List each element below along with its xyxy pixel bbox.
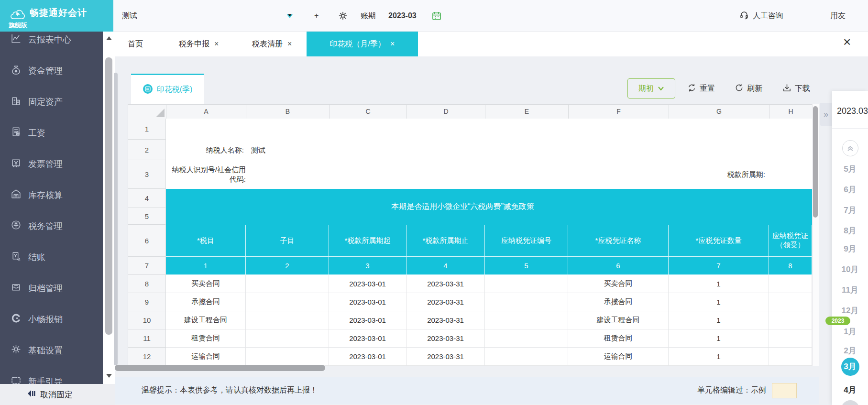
cell-tax-item[interactable]: 建设工程合同 (166, 311, 246, 329)
cell-period-to[interactable]: 2023-03-31 (407, 275, 485, 293)
cell-period-from[interactable]: 2023-03-01 (329, 275, 407, 293)
sidebar-scrollbar[interactable] (103, 32, 115, 384)
cell-voucher-qty[interactable]: 1 (669, 275, 769, 293)
calendar-icon[interactable] (431, 0, 442, 32)
sidebar-item-inventory[interactable]: 库存核算 (0, 179, 103, 210)
close-tab-icon[interactable]: × (390, 40, 395, 48)
cell-voucher-name[interactable]: 买卖合同 (568, 275, 669, 293)
current-period-label[interactable]: 2023.03 (837, 106, 868, 116)
period-value[interactable]: 2023-03 (388, 0, 417, 32)
month-item-active[interactable]: 3月 (841, 358, 859, 376)
sidebar-item-invoice[interactable]: 发票管理 (0, 148, 103, 179)
cell-period-to[interactable]: 2023-03-31 (407, 348, 485, 366)
cell-voucher-qty[interactable]: 1 (669, 293, 769, 311)
select-all-corner[interactable] (128, 105, 166, 119)
close-page-icon[interactable]: × (843, 34, 851, 50)
cell-voucher-date[interactable] (769, 348, 812, 366)
cell-voucher-no[interactable] (485, 293, 568, 311)
download-button[interactable]: 下载 (782, 78, 810, 99)
cell-sub-item[interactable] (246, 311, 329, 329)
opening-period-button[interactable]: 期初 (627, 78, 675, 99)
cell-period-to[interactable]: 2023-03-31 (407, 311, 485, 329)
sidebar-item-settings[interactable]: 基础设置 (0, 335, 103, 366)
sidebar-scrollbar-thumb[interactable] (105, 57, 112, 335)
cell-tax-item[interactable]: 买卖合同 (166, 275, 246, 293)
reset-button[interactable]: 重置 (687, 78, 715, 99)
month-item[interactable]: 5月 (832, 164, 868, 175)
sidebar-item-closing[interactable]: 结账 (0, 241, 103, 273)
cell-voucher-date[interactable] (769, 329, 812, 348)
company-name[interactable]: 测试 (122, 0, 137, 32)
refresh-button[interactable]: 刷新 (735, 78, 762, 99)
cell-voucher-date[interactable] (769, 311, 812, 329)
month-item[interactable]: 2月 (832, 345, 868, 356)
scroll-down-icon[interactable] (106, 374, 112, 378)
cell-voucher-name[interactable]: 承揽合同 (568, 293, 669, 311)
month-item[interactable]: 8月 (832, 225, 868, 236)
cell-voucher-no[interactable] (485, 329, 568, 348)
content-scrollbar-left[interactable] (114, 73, 118, 365)
cell-period-from[interactable]: 2023-03-01 (329, 348, 407, 366)
sidebar-item-archive[interactable]: 归档管理 (0, 273, 103, 304)
cell-tax-item[interactable]: 运输合同 (166, 348, 246, 366)
cell-sub-item[interactable] (246, 275, 329, 293)
sidebar-item-tax[interactable]: 税务管理 (0, 210, 103, 241)
month-item[interactable]: 9月 (832, 243, 868, 254)
cell-voucher-name[interactable]: 租赁合同 (568, 329, 669, 348)
sidebar-item-expense[interactable]: 小畅报销 (0, 304, 103, 335)
month-item[interactable]: 6月 (832, 184, 868, 195)
cell-period-from[interactable]: 2023-03-01 (329, 311, 407, 329)
taxpayer-name-value[interactable]: 测试 (251, 140, 265, 160)
cell-period-to[interactable]: 2023-03-31 (407, 329, 485, 348)
close-tab-icon[interactable]: × (214, 40, 219, 48)
add-account-button[interactable]: + (314, 0, 319, 32)
company-chevron-down-icon[interactable] (286, 0, 294, 32)
cell-period-to[interactable]: 2023-03-31 (407, 293, 485, 311)
cell-sub-item[interactable] (246, 293, 329, 311)
cell-tax-item[interactable]: 租赁合同 (166, 329, 246, 348)
month-item-clipped[interactable]: 5月 (841, 400, 859, 405)
user-name[interactable]: 用友 (830, 0, 846, 32)
sidebar-item-fixed-assets[interactable]: 固定资产 (0, 86, 103, 117)
vertical-scrollbar-thumb[interactable] (813, 106, 818, 218)
month-item-next[interactable]: 4月 (832, 384, 868, 395)
tab-stamp-tax[interactable]: 印花税（月/季）× (307, 32, 418, 56)
cell-voucher-name[interactable]: 运输合同 (568, 348, 669, 366)
month-item[interactable]: 1月 (832, 326, 868, 337)
cell-voucher-no[interactable] (485, 311, 568, 329)
close-tab-icon[interactable]: × (287, 40, 292, 48)
cell-sub-item[interactable] (246, 329, 329, 348)
scroll-months-up-icon[interactable] (842, 140, 858, 156)
sidebar-item-payroll[interactable]: 工资 (0, 117, 103, 148)
cell-voucher-qty[interactable]: 1 (669, 311, 769, 329)
month-item[interactable]: 10月 (832, 264, 868, 275)
cell-voucher-date[interactable] (769, 293, 812, 311)
cell-sub-item[interactable] (246, 348, 329, 366)
cell-period-from[interactable]: 2023-03-01 (329, 329, 407, 348)
cell-period-from[interactable]: 2023-03-01 (329, 293, 407, 311)
panel-collapse-chevrons-icon[interactable]: » (820, 103, 832, 126)
invoice-icon (11, 157, 22, 171)
sidebar-item-funds[interactable]: 资金管理 (0, 55, 103, 86)
cell-voucher-no[interactable] (485, 275, 568, 293)
row-number: 7 (128, 257, 166, 275)
month-item[interactable]: 12月 (832, 305, 868, 316)
month-item[interactable]: 7月 (832, 205, 868, 216)
unpin-sidebar-button[interactable]: 取消固定 (0, 384, 115, 405)
tab-tax-filing[interactable]: 税务申报× (179, 32, 219, 56)
cell-voucher-qty[interactable]: 1 (669, 329, 769, 348)
tab-tax-register[interactable]: 税表清册× (252, 32, 292, 56)
horizontal-scrollbar-thumb[interactable] (115, 365, 325, 371)
month-item[interactable]: 11月 (832, 285, 868, 296)
tab-home[interactable]: 首页 (128, 32, 143, 56)
scroll-up-icon[interactable] (106, 36, 112, 40)
support-link[interactable]: 人工咨询 (739, 0, 783, 32)
cell-voucher-name[interactable]: 建设工程合同 (568, 311, 669, 329)
worksheet-tab-stamp-tax[interactable]: 印花税(季) (131, 74, 204, 104)
cell-voucher-qty[interactable]: 1 (669, 348, 769, 366)
cell-voucher-date[interactable] (769, 275, 812, 293)
cell-voucher-no[interactable] (485, 348, 568, 366)
row-number: 10 (128, 311, 166, 329)
settings-gear-icon[interactable] (338, 0, 348, 32)
cell-tax-item[interactable]: 承揽合同 (166, 293, 246, 311)
